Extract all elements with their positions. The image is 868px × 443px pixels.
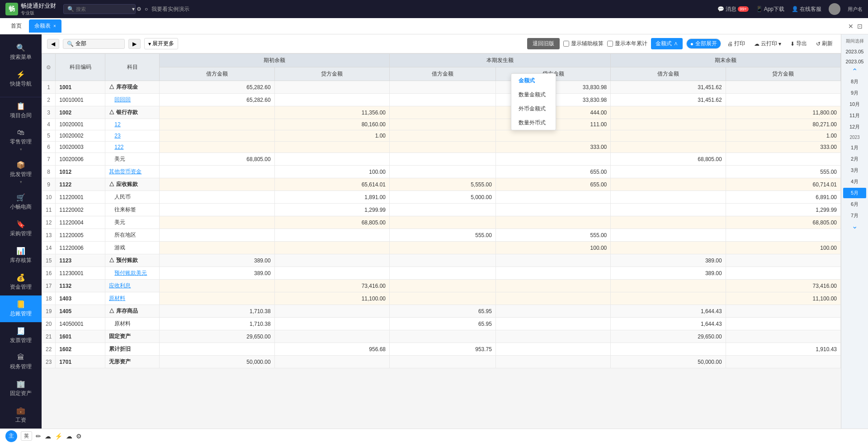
search-input[interactable] xyxy=(76,6,130,12)
wholesale-icon: 📦 xyxy=(16,161,25,169)
ytd-label: 显示本年累计 xyxy=(615,40,647,48)
top-search[interactable]: 🔍 ▾ ⚙ xyxy=(63,4,136,14)
print-btn[interactable]: 🖨 打印 xyxy=(725,38,748,49)
th-opening-group: 期初余额 xyxy=(160,54,390,67)
refresh-btn[interactable]: ↺ 刷新 xyxy=(813,38,835,49)
sidebar-item-contract[interactable]: 📋 项目合同 xyxy=(0,97,42,124)
message-btn[interactable]: 💬 消息 99+ xyxy=(717,5,748,13)
show-aux-check[interactable]: 显示辅助核算 xyxy=(563,40,604,48)
all-expand-toggle[interactable]: ● 全部展开 xyxy=(686,38,721,49)
account-search-input[interactable] xyxy=(75,41,121,47)
right-panel-date1[interactable]: 2023.05 xyxy=(843,47,866,56)
row-code: 1122 xyxy=(56,178,105,191)
tab-close-icon[interactable]: ✕ xyxy=(848,23,854,30)
right-panel-sep[interactable]: 9月 xyxy=(843,88,866,98)
right-panel-apr[interactable]: 4月 xyxy=(843,176,866,187)
row-name[interactable]: 23 xyxy=(105,130,160,142)
row-name[interactable]: 预付账款美元 xyxy=(105,267,160,280)
sidebar-item-search[interactable]: 🔍 搜索菜单 xyxy=(4,39,38,66)
row-cb-debit xyxy=(611,178,726,191)
row-name[interactable]: 应收利息 xyxy=(105,280,160,292)
row-name[interactable]: 其他货币资金 xyxy=(105,166,160,178)
cloud-print-btn[interactable]: ☁ 云打印 ▾ xyxy=(751,38,784,49)
sidebar-item-inventory[interactable]: 📊 库存核算 xyxy=(0,242,42,269)
right-panel-jul[interactable]: 7月 xyxy=(843,210,866,221)
sidebar-item-retail[interactable]: 🛍 零售管理 ▾ xyxy=(0,124,42,156)
row-name: 原材料 xyxy=(105,318,160,330)
row-cc xyxy=(495,280,610,292)
aux-checkbox[interactable] xyxy=(563,41,569,47)
row-name[interactable]: 原材料 xyxy=(105,292,160,305)
right-panel-date2[interactable]: 2023.05 xyxy=(843,57,866,66)
right-panel-nov[interactable]: 11月 xyxy=(843,110,866,121)
right-panel-oct[interactable]: 10月 xyxy=(843,99,866,110)
right-panel-may[interactable]: 5月 xyxy=(843,188,866,198)
tab-close-btn[interactable]: × xyxy=(53,24,56,29)
right-panel-mar[interactable]: 3月 xyxy=(843,165,866,176)
username[interactable]: 用户名 xyxy=(848,6,863,13)
download-btn[interactable]: 📱 App下载 xyxy=(756,5,784,13)
tab-balance[interactable]: 余额表 × xyxy=(29,19,61,33)
sidebar-item-ecommerce[interactable]: 🛒 小畅电商 xyxy=(0,189,42,215)
row-name: △ 库存现金 xyxy=(105,81,160,94)
row-code: 10020002 xyxy=(56,130,105,142)
nav-back-btn[interactable]: ◀ xyxy=(47,39,59,49)
format-option-amount[interactable]: 金额式 xyxy=(511,74,556,88)
ytd-checkbox[interactable] xyxy=(607,41,613,47)
format-dropdown-btn[interactable]: 金额式 ∧ xyxy=(651,38,682,49)
row-cb-credit: 333.00 xyxy=(726,142,840,153)
th-cb-credit: 贷方金额 xyxy=(726,67,840,81)
right-panel-dec[interactable]: 12月 xyxy=(843,122,866,132)
row-name[interactable]: 122 xyxy=(105,142,160,153)
format-option-qty-amount[interactable]: 数量金额式 xyxy=(511,88,556,102)
export-btn[interactable]: ⬇ 导出 xyxy=(788,38,810,49)
sidebar-item-label: 税务管理 xyxy=(10,363,32,371)
row-ob-credit: 100.00 xyxy=(274,166,389,178)
format-option-foreign[interactable]: 外币金额式 xyxy=(511,102,556,116)
bottom-cloud-icon[interactable]: ☁ xyxy=(45,433,51,440)
right-panel-up[interactable]: ⌃ xyxy=(852,67,858,76)
bottom-edit-icon[interactable]: ✏ xyxy=(36,433,41,440)
show-ytd-check[interactable]: 显示本年累计 xyxy=(607,40,647,48)
sidebar-item-funds[interactable]: 💰 资金管理 xyxy=(0,269,42,295)
right-panel-down[interactable]: ⌄ xyxy=(852,222,858,230)
lang-switch-btn[interactable]: 英 xyxy=(21,431,32,441)
sidebar-item-wholesale[interactable]: 📦 批发管理 ▾ xyxy=(0,156,42,189)
bottom-primary-btn[interactable]: 主 xyxy=(5,430,17,442)
sidebar-item-invoice[interactable]: 🧾 发票管理 xyxy=(0,322,42,349)
service-btn[interactable]: 👤 在线客服 xyxy=(792,5,821,13)
right-panel-aug[interactable]: 8月 xyxy=(843,76,866,87)
right-panel-jun[interactable]: 6月 xyxy=(843,199,866,210)
row-num: 10 xyxy=(42,191,56,204)
sidebar-item-ledger[interactable]: 📒 总账管理 xyxy=(0,295,42,322)
row-cd xyxy=(390,94,496,106)
tab-maximize-icon[interactable]: ⊡ xyxy=(857,23,863,30)
row-cd xyxy=(390,292,496,305)
row-name[interactable]: 12 xyxy=(105,119,160,130)
tab-home[interactable]: 首页 xyxy=(5,19,27,33)
sidebar-item-purchase[interactable]: 🔖 采购管理 xyxy=(0,215,42,242)
right-panel-feb[interactable]: 2月 xyxy=(843,154,866,164)
bottom-settings-icon[interactable]: ⚙ xyxy=(76,433,82,440)
bottom-cloud2-icon[interactable]: ☁ xyxy=(66,433,72,440)
nav-forward-btn[interactable]: ▶ xyxy=(128,39,141,49)
bottom-lightning-icon[interactable]: ⚡ xyxy=(55,433,62,440)
service-icon: 👤 xyxy=(792,6,798,12)
format-option-qty-foreign[interactable]: 数量外币式 xyxy=(511,116,556,130)
row-name[interactable]: 回回回 xyxy=(105,94,160,106)
user-avatar[interactable] xyxy=(829,3,840,15)
expand-more-btn[interactable]: ▾ 展开更多 xyxy=(144,38,178,49)
sidebar-item-payroll[interactable]: 💼 工资 xyxy=(0,402,42,429)
demo-label[interactable]: 我要看实例演示 xyxy=(151,5,189,13)
table-settings-icon[interactable]: ⚙ xyxy=(46,64,51,71)
sidebar-item-tax[interactable]: 🏛 税务管理 xyxy=(0,349,42,375)
right-panel-jan[interactable]: 1月 xyxy=(843,143,866,153)
sidebar-item-assets[interactable]: 🏢 固定资产 xyxy=(0,375,42,402)
search-area[interactable]: 🔍 xyxy=(63,39,125,49)
row-cc: 100.00 xyxy=(495,242,610,254)
return-old-btn[interactable]: 退回旧版 xyxy=(527,38,560,49)
row-ob-debit: 68,805.00 xyxy=(160,153,274,166)
sidebar-item-quicknav[interactable]: ⚡ 快捷导航 xyxy=(4,66,38,92)
row-code: 10020006 xyxy=(56,153,105,166)
row-ob-debit xyxy=(160,130,274,142)
